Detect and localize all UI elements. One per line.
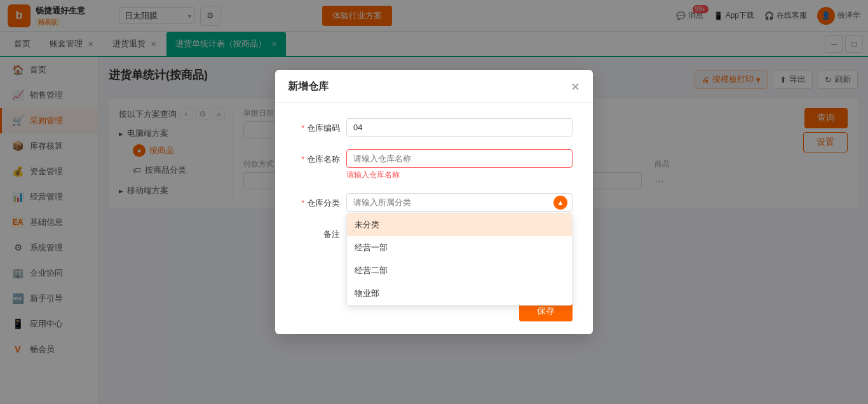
name-field: 请输入仓库名称 bbox=[346, 149, 573, 180]
modal-new-warehouse: 新增仓库 ✕ 仓库编码 仓库名称 请输入仓库名称 仓库分类 bbox=[275, 70, 593, 334]
name-input[interactable] bbox=[346, 149, 573, 168]
dropdown-item-2[interactable]: 经营二部 bbox=[347, 259, 572, 282]
category-field: ▲ 未分类 经营一部 经营二部 物业部 bbox=[346, 193, 573, 212]
modal-close-button[interactable]: ✕ bbox=[571, 81, 580, 93]
category-dropdown: 未分类 经营一部 经营二部 物业部 bbox=[346, 213, 573, 306]
name-error-msg: 请输入仓库名称 bbox=[346, 170, 573, 180]
dropdown-item-1[interactable]: 经营一部 bbox=[347, 236, 572, 259]
name-label: 仓库名称 bbox=[295, 149, 346, 165]
modal-body: 仓库编码 仓库名称 请输入仓库名称 仓库分类 ▲ bbox=[275, 103, 593, 292]
modal-overlay: 新增仓库 ✕ 仓库编码 仓库名称 请输入仓库名称 仓库分类 bbox=[0, 0, 868, 404]
modal-header: 新增仓库 ✕ bbox=[275, 70, 593, 103]
code-field bbox=[346, 118, 573, 137]
dropdown-item-0[interactable]: 未分类 bbox=[347, 213, 572, 236]
code-label: 仓库编码 bbox=[295, 118, 346, 134]
form-row-code: 仓库编码 bbox=[295, 118, 573, 137]
code-input[interactable] bbox=[346, 118, 573, 137]
category-input[interactable] bbox=[346, 193, 573, 212]
remark-label: 备注 bbox=[295, 224, 346, 240]
dropdown-item-3[interactable]: 物业部 bbox=[347, 282, 572, 305]
modal-title: 新增仓库 bbox=[288, 80, 329, 93]
category-label: 仓库分类 bbox=[295, 193, 346, 209]
form-row-name: 仓库名称 请输入仓库名称 bbox=[295, 149, 573, 180]
category-select-wrap: ▲ bbox=[346, 193, 573, 212]
form-row-category: 仓库分类 ▲ 未分类 经营一部 经营二部 物业部 bbox=[295, 193, 573, 212]
category-dropdown-toggle[interactable]: ▲ bbox=[553, 196, 567, 210]
